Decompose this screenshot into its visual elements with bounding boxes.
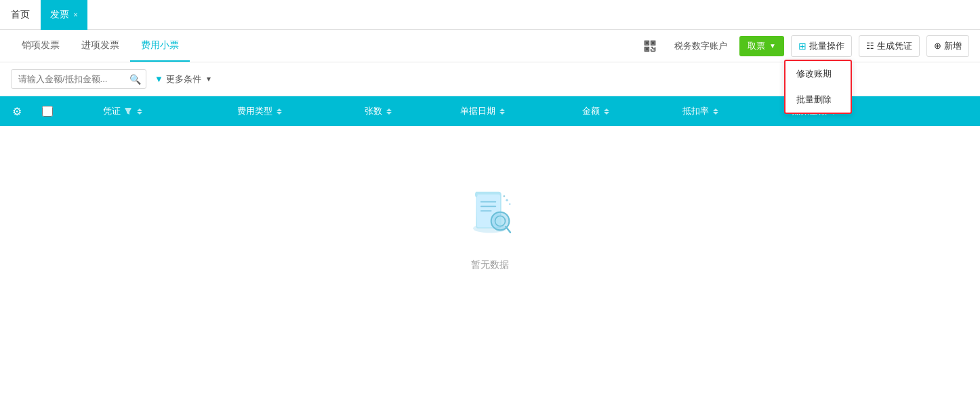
th-expense-type-sort: [277, 108, 282, 115]
gen-voucher-button[interactable]: ☷ 生成凭证: [859, 35, 920, 57]
search-wrap: 🔍: [11, 69, 146, 89]
sort-down-icon: [499, 112, 505, 115]
th-voucher-filter-icon: [123, 106, 133, 116]
svg-rect-4: [652, 42, 654, 43]
svg-rect-3: [646, 42, 648, 43]
sort-up-icon: [604, 108, 609, 111]
th-voucher-label: 凭证: [103, 105, 121, 117]
th-voucher-sort: [137, 108, 142, 115]
batch-op-button[interactable]: ⊞ 批量操作: [791, 35, 852, 57]
th-amount[interactable]: 金额: [544, 105, 649, 117]
tax-digital-button[interactable]: 税务数字账户: [669, 37, 733, 55]
tab-expense-label: 费用小票: [141, 39, 179, 52]
tab-purchase[interactable]: 进项发票: [70, 30, 130, 62]
add-new-label: 新增: [944, 40, 962, 52]
sub-tabs-bar: 销项发票 进项发票 费用小票: [0, 30, 980, 62]
tab-sales[interactable]: 销项发票: [11, 30, 70, 62]
th-count[interactable]: 张数: [335, 105, 421, 117]
th-amount-label: 金额: [582, 105, 600, 117]
select-all-checkbox[interactable]: [42, 106, 53, 117]
gen-voucher-icon: ☷: [866, 41, 874, 51]
gen-voucher-label: 生成凭证: [877, 40, 912, 52]
th-date-label: 单据日期: [460, 105, 495, 117]
more-conditions-arrow: ▼: [205, 75, 212, 83]
tab-expense[interactable]: 费用小票: [130, 30, 190, 62]
sort-up-icon: [277, 108, 282, 111]
tax-digital-label: 税务数字账户: [674, 41, 727, 51]
batch-delete-item[interactable]: 批量删除: [785, 87, 851, 113]
sort-up-icon: [386, 108, 392, 111]
th-deduct-rate[interactable]: 抵扣率: [648, 105, 752, 117]
qr-icon: [643, 39, 657, 53]
svg-marker-12: [125, 108, 131, 115]
settings-gear-icon[interactable]: ⚙: [12, 105, 22, 118]
th-count-sort: [386, 108, 392, 115]
filter-icon: ▼: [155, 74, 163, 84]
batch-op-dropdown: 修改账期 批量删除: [784, 60, 852, 114]
sort-down-icon: [604, 112, 609, 115]
content-area: 销项发票 进项发票 费用小票: [0, 30, 980, 396]
batch-op-container: ⊞ 批量操作 修改账期 批量删除: [791, 35, 852, 57]
svg-point-20: [506, 199, 508, 201]
take-ticket-label: 取票: [748, 40, 765, 52]
th-deduct-rate-sort: [713, 108, 718, 115]
th-checkbox[interactable]: [34, 106, 61, 117]
svg-point-22: [504, 195, 506, 197]
add-new-icon: ⊕: [934, 41, 941, 51]
toolbar-right: 税务数字账户 取票 ▼ ⊞ 批量操作 修改账期 批量删除: [638, 35, 969, 57]
batch-delete-label: 批量删除: [796, 94, 832, 104]
th-expense-type[interactable]: 费用类型: [184, 105, 335, 117]
take-ticket-button[interactable]: 取票 ▼: [739, 36, 784, 56]
add-new-button[interactable]: ⊕ 新增: [926, 35, 969, 57]
sort-up-icon: [137, 108, 142, 111]
take-ticket-arrow: ▼: [769, 42, 776, 50]
sort-down-icon: [386, 112, 392, 115]
modify-period-item[interactable]: 修改账期: [785, 61, 851, 87]
invoice-tab[interactable]: 发票 ×: [41, 0, 87, 30]
batch-op-label: 批量操作: [809, 40, 844, 52]
empty-state: 暂无数据: [0, 126, 980, 298]
top-nav: 首页 发票 ×: [0, 0, 980, 30]
empty-state-text: 暂无数据: [471, 259, 509, 271]
modify-period-label: 修改账期: [796, 68, 832, 79]
tab-sales-label: 销项发票: [22, 39, 60, 52]
sort-down-icon: [277, 112, 282, 115]
sort-up-icon: [713, 108, 718, 111]
invoice-tab-label: 发票: [50, 9, 69, 21]
sort-down-icon: [137, 112, 142, 115]
th-deduct-rate-label: 抵扣率: [682, 105, 709, 117]
svg-rect-5: [646, 48, 648, 50]
search-icon[interactable]: 🔍: [129, 74, 141, 85]
th-date-sort: [499, 108, 505, 115]
more-conditions-label: 更多条件: [166, 73, 201, 85]
tab-purchase-label: 进项发票: [81, 39, 119, 52]
close-tab-icon[interactable]: ×: [73, 10, 78, 20]
th-amount-sort: [604, 108, 609, 115]
batch-op-icon: ⊞: [798, 41, 807, 52]
svg-point-21: [509, 203, 511, 205]
sort-down-icon: [713, 112, 718, 115]
th-expense-type-label: 费用类型: [237, 105, 272, 117]
th-date[interactable]: 单据日期: [421, 105, 544, 117]
more-conditions-button[interactable]: ▼ 更多条件 ▼: [155, 73, 212, 85]
sub-tabs-left: 销项发票 进项发票 费用小票: [11, 30, 190, 62]
svg-line-19: [506, 226, 510, 232]
qr-code-button[interactable]: [638, 37, 662, 56]
th-voucher[interactable]: 凭证: [61, 105, 184, 117]
sort-up-icon: [499, 108, 505, 111]
svg-point-18: [495, 216, 506, 226]
home-tab[interactable]: 首页: [0, 9, 41, 21]
empty-state-icon: [456, 180, 524, 248]
th-settings[interactable]: ⚙: [0, 105, 34, 118]
th-count-label: 张数: [365, 105, 382, 117]
search-input[interactable]: [11, 69, 146, 89]
